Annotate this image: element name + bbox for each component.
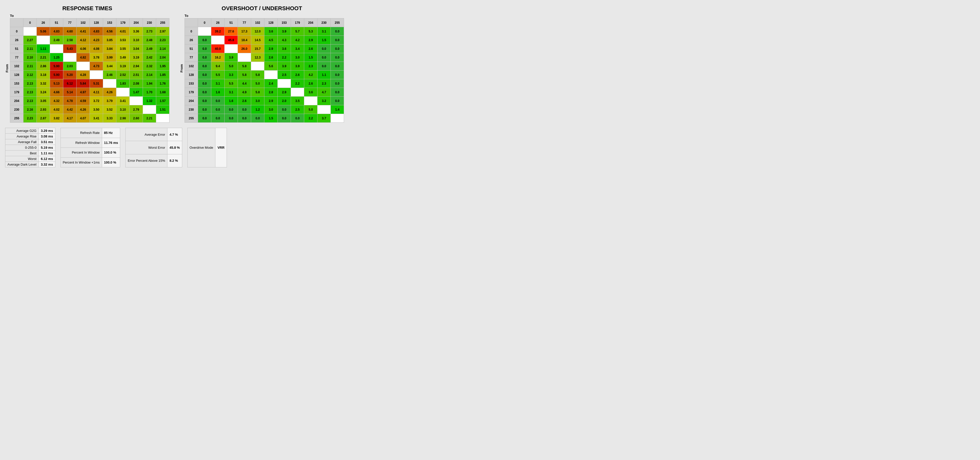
cell-3-3 <box>63 53 76 62</box>
cell-3-9: 0.0 <box>318 53 331 62</box>
cell-7-1: 3.24 <box>37 88 50 97</box>
col-header-10: 230 <box>143 18 156 27</box>
stats-label: Average Rise <box>5 134 39 139</box>
cell-3-2: 1.25 <box>50 53 63 62</box>
cell-8-9: 3.2 <box>318 97 331 105</box>
cell-9-8: 2.79 <box>130 105 143 114</box>
stats-row: Best1.11 ms <box>5 150 56 156</box>
cell-5-8: 2.51 <box>130 70 143 79</box>
col-header-5: 102 <box>76 18 90 27</box>
cell-9-4: 4.26 <box>76 105 90 114</box>
table-row: 510.040.026.015.72.93.63.42.60.00.0 <box>185 45 344 53</box>
cell-3-4: 4.82 <box>76 53 90 62</box>
cell-1-8: 2.9 <box>304 36 318 45</box>
cell-0-4: 12.0 <box>251 27 264 36</box>
overshoot-title: OVERSHOOT / UNDERSHOOT <box>180 5 344 12</box>
stats-middle-table: Refresh Rate85 HzRefresh Window11.76 msP… <box>60 128 121 168</box>
cell-8-1: 3.05 <box>37 97 50 105</box>
stats-value: 11.76 ms <box>102 138 120 148</box>
cell-10-8: 2.60 <box>130 114 143 123</box>
cell-0-5: 4.83 <box>90 27 103 36</box>
col-header-2: 26 <box>37 18 50 27</box>
cell-7-3: 4.9 <box>238 88 251 97</box>
stats-value: 45.8 % <box>167 141 182 154</box>
cell-0-8: 5.3 <box>304 27 318 36</box>
cell-9-2: 4.02 <box>50 105 63 114</box>
cell-4-0: 2.11 <box>24 62 37 70</box>
stats-row: Average Fall3.51 ms <box>5 139 56 145</box>
stats-row: Worst Error45.8 % <box>126 141 182 154</box>
cell-10-9: 2.21 <box>143 114 156 123</box>
cell-5-7: 2.52 <box>116 70 130 79</box>
col-header-1: 0 <box>198 18 211 27</box>
cell-2-1: 40.0 <box>211 45 224 53</box>
col-header-9: 204 <box>304 18 318 27</box>
cell-9-2: 0.0 <box>224 105 238 114</box>
cell-2-7: 3.55 <box>116 45 130 53</box>
cell-0-2: 27.6 <box>224 27 238 36</box>
table-row: 1532.133.325.136.125.845.311.832.081.941… <box>10 79 169 88</box>
cell-5-0: 0.0 <box>198 70 211 79</box>
stats-label: Average Fall <box>5 139 39 145</box>
cell-0-9: 2.73 <box>143 27 156 36</box>
cell-2-5: 4.08 <box>90 45 103 53</box>
cell-1-2: 2.49 <box>50 36 63 45</box>
overshoot-matrix-wrapper: From To 0265177102128153179204230255039.… <box>180 14 344 123</box>
cell-1-4: 14.5 <box>251 36 264 45</box>
cell-6-10: 0.0 <box>331 79 344 88</box>
table-row: 2552.232.873.824.174.073.413.332.982.602… <box>10 114 169 123</box>
table-row: 1790.01.63.14.95.82.82.93.64.70.0 <box>185 88 344 97</box>
cell-6-3: 6.12 <box>63 79 76 88</box>
cell-3-4: 12.3 <box>251 53 264 62</box>
row-header-8: 204 <box>10 97 24 105</box>
col-header-6: 128 <box>90 18 103 27</box>
cell-10-2: 0.0 <box>224 114 238 123</box>
main-container: RESPONSE TIMES From To 02651771021281531… <box>5 5 388 168</box>
row-header-2: 51 <box>10 45 24 53</box>
row-header-6: 153 <box>185 79 198 88</box>
cell-7-6: 2.9 <box>278 88 291 97</box>
cell-7-8: 3.6 <box>304 88 318 97</box>
cell-6-1: 3.32 <box>37 79 50 88</box>
cell-7-6: 4.26 <box>103 88 116 97</box>
cell-9-1: 2.93 <box>37 105 50 114</box>
cell-10-5: 1.5 <box>264 114 278 123</box>
cell-9-6: 3.52 <box>103 105 116 114</box>
cell-7-10: 1.68 <box>156 88 169 97</box>
cell-3-1: 16.2 <box>211 53 224 62</box>
cell-6-0: 0.0 <box>198 79 211 88</box>
cell-3-5: 3.78 <box>90 53 103 62</box>
stats-row: Overdrive ModeVRR <box>187 128 227 168</box>
cell-5-2: 3.3 <box>224 70 238 79</box>
row-header-7: 179 <box>185 88 198 97</box>
cell-4-4 <box>251 62 264 70</box>
stats-label: Average Dark Level <box>5 162 39 168</box>
cell-9-5: 3.0 <box>264 105 278 114</box>
cell-3-0: 0.0 <box>198 53 211 62</box>
response-times-title: RESPONSE TIMES <box>5 5 169 12</box>
charts-row: RESPONSE TIMES From To 02651771021281531… <box>5 5 388 123</box>
stats-label: 0-255-0 <box>5 145 39 150</box>
cell-3-10: 2.04 <box>156 53 169 62</box>
response-times-to-label: To <box>10 14 169 18</box>
cell-8-8 <box>130 97 143 105</box>
stats-label: Average Error <box>126 128 167 141</box>
cell-10-10 <box>156 114 169 123</box>
cell-9-5: 3.50 <box>90 105 103 114</box>
stats-row: Refresh Window11.76 ms <box>60 138 120 148</box>
cell-7-10: 0.0 <box>331 88 344 97</box>
row-header-10: 255 <box>185 114 198 123</box>
cell-6-6 <box>278 79 291 88</box>
cell-9-3: 4.42 <box>63 105 76 114</box>
stats-value: 3.32 ms <box>38 162 55 168</box>
cell-9-8: 5.0 <box>304 105 318 114</box>
cell-0-6: 4.56 <box>103 27 116 36</box>
col-header-0 <box>185 18 198 27</box>
table-row: 039.227.617.312.03.63.95.75.33.10.0 <box>185 27 344 36</box>
cell-6-5: 2.4 <box>264 79 278 88</box>
col-header-9: 204 <box>130 18 143 27</box>
stats-row: Average Error4.7 % <box>126 128 182 141</box>
cell-2-10: 0.0 <box>331 45 344 53</box>
cell-2-3: 5.43 <box>63 45 76 53</box>
stats-label: Average G2G <box>5 128 39 134</box>
